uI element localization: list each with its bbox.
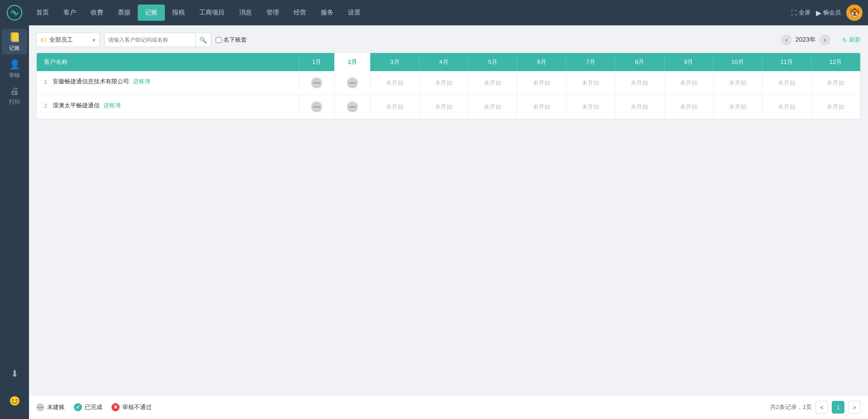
status-not-started: 未开始 <box>827 79 844 86</box>
page-1-button[interactable]: 1 <box>832 401 844 414</box>
table-row: 2漠澳太平畅捷通信进账簿——未开始未开始未开始未开始未开始未开始未开始未开始未开… <box>37 95 860 119</box>
nav-item-收费[interactable]: 收费 <box>83 0 111 25</box>
nav-item-管理[interactable]: 管理 <box>259 0 286 25</box>
cell-month-1: — <box>299 71 334 95</box>
nav-item-服务[interactable]: 服务 <box>313 0 341 25</box>
footer: — 未建账 ✓ 已完成 ✕ 审核不通过 共2条记录，1页 < 1 > <box>29 395 868 419</box>
nav-item-客户[interactable]: 客户 <box>56 0 83 25</box>
cell-month-12: 未开始 <box>811 71 860 95</box>
nav-item-票据[interactable]: 票据 <box>111 0 138 25</box>
under-account-checkbox[interactable] <box>216 37 222 43</box>
employee-select[interactable]: 🏷 全部员工 ▾ <box>36 33 100 47</box>
cell-month-7: 未开始 <box>566 71 615 95</box>
cell-month-9: 未开始 <box>664 71 713 95</box>
cell-month-11: 未开始 <box>762 71 811 95</box>
status-not-started: 未开始 <box>386 103 404 110</box>
col-month-3: 3月 <box>370 53 419 71</box>
status-not-started: 未开始 <box>631 79 648 86</box>
legend-dot-red: ✕ <box>111 403 120 411</box>
fullscreen-label: 全屏 <box>799 9 810 17</box>
main-content: 🏷 全部员工 ▾ 🔍 名下账套 ‹ 2023年 › ↻ 刷新 <box>29 25 868 419</box>
status-dash-icon: — <box>311 77 322 88</box>
client-name: 漠澳太平畅捷通信 <box>53 101 100 110</box>
col-month-5: 5月 <box>468 53 517 71</box>
current-month-circle: 2月 <box>345 55 360 69</box>
sidebar-item-print[interactable]: 🖨 打印 <box>2 83 27 109</box>
member-button[interactable]: ▶ 畅会员 <box>816 9 841 17</box>
status-not-started: 未开始 <box>680 103 698 110</box>
client-name: 安徽畅捷通信息技术有限公司 <box>53 77 129 86</box>
nav-item-工商项目[interactable]: 工商项目 <box>192 0 232 25</box>
status-not-started: 未开始 <box>729 79 747 86</box>
cell-month-5: 未开始 <box>468 71 517 95</box>
user-icon: 😊 <box>9 395 20 406</box>
sidebar-item-accounting[interactable]: 📒 记账 <box>2 29 27 54</box>
col-month-6: 6月 <box>517 53 566 71</box>
next-page-button[interactable]: > <box>848 401 861 414</box>
col-month-9: 9月 <box>664 53 713 71</box>
logo[interactable] <box>0 0 29 25</box>
col-month-7: 7月 <box>566 53 615 71</box>
status-dash-icon: — <box>347 77 358 88</box>
sidebar-item-audit[interactable]: 👤 审核 <box>2 56 27 82</box>
next-arrow-icon: > <box>853 404 856 411</box>
sidebar-item-download[interactable]: ⬇ <box>2 361 27 386</box>
prev-year-button[interactable]: ‹ <box>781 34 792 45</box>
cell-month-8: 未开始 <box>615 71 664 95</box>
status-not-started: 未开始 <box>484 79 502 86</box>
footer-summary: 共2条记录，1页 <box>770 403 812 411</box>
employee-icon: 🏷 <box>40 36 47 43</box>
legend-not-built: — 未建账 <box>36 403 65 411</box>
cell-month-2: — <box>334 71 370 95</box>
nav-item-记账[interactable]: 记账 <box>138 5 165 21</box>
legend-label-not-built: 未建账 <box>47 403 65 411</box>
sidebar: 📒 记账 👤 审核 🖨 打印 ⬇ 😊 <box>0 25 29 419</box>
status-not-started: 未开始 <box>484 103 502 110</box>
prev-arrow-icon: < <box>820 404 824 411</box>
search-button[interactable]: 🔍 <box>195 33 211 47</box>
employee-label: 全部员工 <box>49 36 73 44</box>
avatar[interactable]: 🐯 <box>846 5 863 21</box>
nav-item-报税[interactable]: 报税 <box>165 0 192 25</box>
refresh-button[interactable]: ↻ 刷新 <box>842 36 861 44</box>
enter-link[interactable]: 进账簿 <box>133 77 150 86</box>
fullscreen-button[interactable]: ⛶ 全屏 <box>791 9 810 17</box>
refresh-icon: ↻ <box>842 37 847 43</box>
search-input[interactable] <box>105 33 195 47</box>
enter-link[interactable]: 进账簿 <box>103 101 121 110</box>
nav-items: 首页客户收费票据记账报税工商项目消息管理经营服务设置 <box>29 0 791 25</box>
cell-month-5: 未开始 <box>468 95 517 119</box>
toolbar: 🏷 全部员工 ▾ 🔍 名下账套 ‹ 2023年 › ↻ 刷新 <box>36 33 861 47</box>
checkbox-text: 名下账套 <box>223 36 247 44</box>
dash-icon: — <box>37 404 43 411</box>
checkbox-label[interactable]: 名下账套 <box>216 36 247 44</box>
cell-client-name-2: 2漠澳太平畅捷通信进账簿 <box>37 95 299 116</box>
cell-month-6: 未开始 <box>517 71 566 95</box>
status-dash-icon: — <box>311 101 322 112</box>
status-not-started: 未开始 <box>582 79 599 86</box>
cell-month-2: — <box>334 95 370 119</box>
legend-rejected: ✕ 审核不通过 <box>111 403 152 411</box>
search-wrap: 🔍 <box>104 33 211 47</box>
cell-month-3: 未开始 <box>370 71 419 95</box>
status-not-started: 未开始 <box>778 79 796 86</box>
col-month-11: 11月 <box>762 53 811 71</box>
nav-item-经营[interactable]: 经营 <box>286 0 313 25</box>
cell-month-9: 未开始 <box>664 95 713 119</box>
member-label: 畅会员 <box>823 9 841 17</box>
table-scroll: 客户名称 1月 2月 3月 4月 5月 6月 7月 8月 <box>37 53 860 119</box>
table-header-row: 客户名称 1月 2月 3月 4月 5月 6月 7月 8月 <box>37 53 860 71</box>
prev-page-button[interactable]: < <box>815 401 828 414</box>
search-icon: 🔍 <box>199 37 207 43</box>
status-not-started: 未开始 <box>582 103 599 110</box>
nav-item-设置[interactable]: 设置 <box>341 0 368 25</box>
nav-item-消息[interactable]: 消息 <box>232 0 259 25</box>
cell-month-1: — <box>299 95 334 119</box>
next-year-button[interactable]: › <box>820 34 830 45</box>
sidebar-item-label-print: 打印 <box>9 98 20 106</box>
sidebar-item-user[interactable]: 😊 <box>2 388 27 414</box>
status-not-started: 未开始 <box>778 103 796 110</box>
cell-month-7: 未开始 <box>566 95 615 119</box>
legend-dot-grey: — <box>36 403 44 411</box>
nav-item-首页[interactable]: 首页 <box>29 0 56 25</box>
